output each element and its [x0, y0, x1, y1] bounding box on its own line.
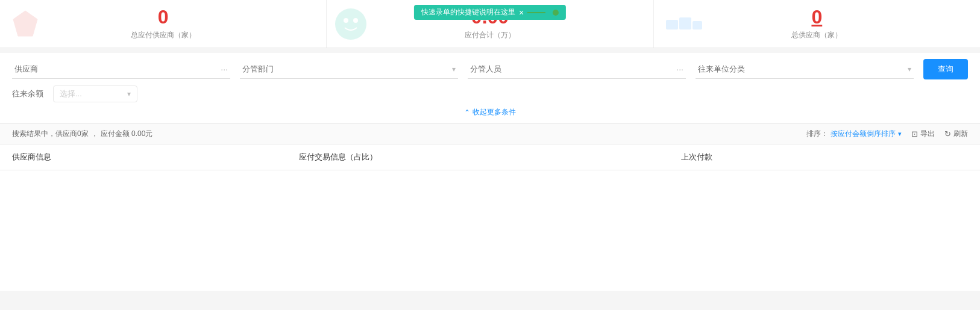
person-ellipsis-icon[interactable]: ··· [676, 64, 683, 74]
balance-label: 往来余额 [12, 88, 43, 99]
results-summary: 搜索结果中，供应商0家 ， 应付金额 0.00元 [12, 129, 152, 139]
total-suppliers-number: 0 [811, 7, 822, 26]
tooltip-text: 快速录单的快捷键说明在这里 [421, 7, 515, 17]
stat-payable-total: 快速录单的快捷键说明在这里 × 0.00 应付合计（万） [327, 0, 653, 48]
svg-text:♦: ♦ [23, 20, 27, 29]
department-dropdown-icon[interactable]: ▾ [452, 65, 456, 73]
stats-bar: ♦ 0 总应付供应商（家） 快速录单的快捷键说明在这里 × 0.00 应付合计（… [0, 0, 980, 48]
person-label: 分管人员 [470, 64, 501, 75]
sort-label: 排序： [806, 129, 828, 139]
stat-total-payable-suppliers: ♦ 0 总应付供应商（家） [0, 0, 327, 48]
results-bar: 搜索结果中，供应商0家 ， 应付金额 0.00元 排序： 按应付会额倒序排序 ▾… [0, 124, 980, 144]
results-separator: ， [91, 129, 98, 139]
balance-dropdown-icon: ▾ [127, 90, 131, 98]
collapse-label: 收起更多条件 [473, 107, 516, 117]
payable-suppliers-label: 总应付供应商（家） [131, 30, 196, 40]
unit-category-filter: 往来单位分类 ▾ [696, 60, 914, 79]
table-header: 供应商信息 应付交易信息（占比） 上次付款 [0, 144, 980, 170]
payable-total-label: 应付合计（万） [465, 30, 515, 40]
sort-value[interactable]: 按应付会额倒序排序 [831, 129, 896, 139]
tooltip-close-button[interactable]: × [519, 8, 524, 17]
export-button[interactable]: ⊡ 导出 [911, 129, 935, 139]
collapse-button[interactable]: ⌃ 收起更多条件 [12, 107, 968, 117]
svg-point-3 [344, 18, 348, 23]
column-supplier-info: 供应商信息 [12, 152, 299, 163]
person-filter: 分管人员 ··· [468, 60, 686, 79]
svg-rect-6 [679, 17, 691, 29]
refresh-button[interactable]: ↻ 刷新 [944, 129, 968, 139]
supplier-input[interactable] [42, 64, 221, 73]
supplier-input-area: ··· [42, 64, 228, 74]
sort-area: 排序： 按应付会额倒序排序 ▾ [806, 129, 902, 139]
refresh-icon: ↻ [944, 129, 951, 138]
supplier-label: 供应商 [14, 64, 38, 75]
balance-select[interactable]: 选择... ▾ [53, 85, 137, 102]
results-actions: 排序： 按应付会额倒序排序 ▾ ⊡ 导出 ↻ 刷新 [806, 129, 968, 139]
department-select-area: ▾ [277, 65, 456, 73]
tooltip-line [527, 12, 545, 13]
table-body [0, 170, 980, 291]
tooltip-bar: 快速录单的快捷键说明在这里 × [414, 5, 566, 20]
supplier-filter: 供应商 ··· [12, 60, 230, 79]
collapse-arrow-icon: ⌃ [464, 108, 470, 117]
diamond-icon: ♦ [10, 8, 41, 40]
sort-arrow-icon[interactable]: ▾ [898, 130, 902, 138]
total-suppliers-label: 总供应商（家） [791, 30, 842, 40]
balance-filter: 往来余额 选择... ▾ [12, 85, 137, 102]
department-filter: 分管部门 ▾ [240, 60, 458, 79]
unit-category-label: 往来单位分类 [698, 64, 745, 75]
results-amount: 应付金额 0.00元 [101, 129, 153, 139]
svg-point-2 [335, 8, 366, 40]
query-button[interactable]: 查询 [923, 59, 968, 79]
cloud-icon [660, 9, 708, 39]
filter-bar: 供应商 ··· 分管部门 ▾ 分管人员 ··· 往来单位分类 ▾ [0, 53, 980, 124]
results-text: 搜索结果中，供应商0家 [12, 129, 89, 139]
balance-placeholder: 选择... [60, 88, 127, 99]
svg-rect-5 [666, 20, 678, 29]
export-label: 导出 [920, 129, 935, 139]
person-input[interactable] [505, 64, 676, 73]
export-icon: ⊡ [911, 129, 918, 138]
pig-icon [333, 6, 369, 42]
column-transaction-info: 应付交易信息（占比） [299, 152, 681, 163]
unit-category-dropdown-icon[interactable]: ▾ [908, 65, 911, 73]
department-label: 分管部门 [242, 64, 274, 75]
refresh-label: 刷新 [953, 129, 968, 139]
svg-rect-7 [693, 21, 702, 29]
supplier-ellipsis-icon[interactable]: ··· [221, 64, 228, 74]
svg-point-4 [353, 18, 358, 23]
payable-suppliers-number: 0 [158, 7, 169, 26]
tooltip-dot [553, 10, 559, 16]
person-input-area: ··· [505, 64, 683, 74]
unit-category-select-area: ▾ [749, 65, 911, 73]
column-last-payment: 上次付款 [681, 152, 968, 163]
stat-total-suppliers: 0 总供应商（家） [654, 0, 980, 48]
